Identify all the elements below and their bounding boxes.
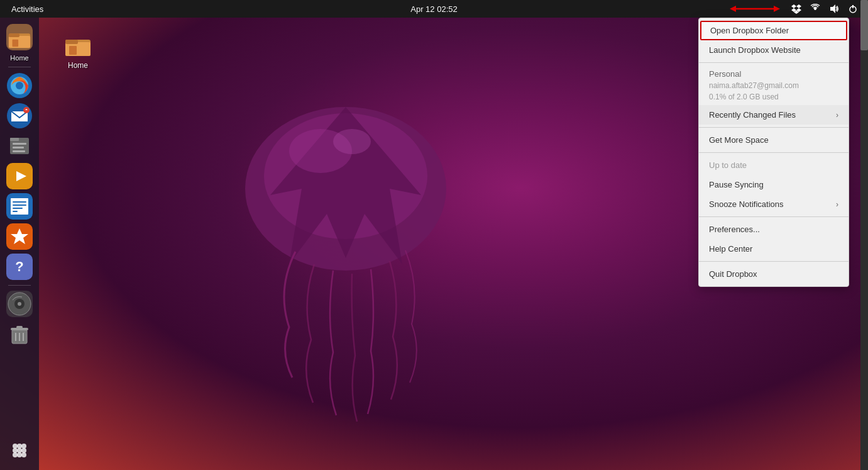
svg-rect-25 bbox=[13, 150, 25, 152]
svg-rect-58 bbox=[69, 46, 77, 55]
separator-1 bbox=[699, 62, 849, 63]
menu-help-center[interactable]: Help Center bbox=[699, 239, 849, 259]
snooze-notifications-label: Snooze Notifications bbox=[709, 199, 784, 209]
dropbox-context-menu: Open Dropbox Folder Launch Dropbox Websi… bbox=[698, 18, 849, 287]
status-label: Up to date bbox=[709, 160, 747, 170]
svg-point-51 bbox=[21, 448, 26, 453]
menu-launch-dropbox-website[interactable]: Launch Dropbox Website bbox=[699, 40, 849, 60]
account-section-header: Personal bbox=[699, 65, 849, 80]
topbar-left: Activities bbox=[0, 3, 47, 14]
activities-button[interactable]: Activities bbox=[8, 3, 47, 15]
menu-recently-changed-files[interactable]: Recently Changed Files › bbox=[699, 105, 849, 125]
dock-item-home[interactable] bbox=[6, 24, 33, 50]
account-storage: 0.1% of 2.0 GB used bbox=[699, 91, 849, 105]
svg-point-53 bbox=[17, 452, 22, 457]
svg-rect-30 bbox=[13, 201, 26, 203]
topbar: Activities Apr 12 02:52 bbox=[0, 0, 868, 18]
dock-item-rhythmbox[interactable] bbox=[6, 163, 33, 189]
jellyfish-background bbox=[126, 50, 566, 428]
separator-5 bbox=[699, 261, 849, 262]
dock-item-help[interactable]: ? bbox=[6, 254, 33, 280]
menu-snooze-notifications[interactable]: Snooze Notifications › bbox=[699, 194, 849, 214]
svg-marker-7 bbox=[774, 6, 780, 12]
scrollbar[interactable] bbox=[860, 0, 868, 470]
help-center-label: Help Center bbox=[709, 244, 752, 254]
snooze-chevron-icon: › bbox=[836, 200, 838, 209]
dock-separator-1 bbox=[8, 67, 31, 67]
svg-rect-57 bbox=[65, 40, 78, 44]
separator-4 bbox=[699, 216, 849, 217]
dock-item-appcenter[interactable] bbox=[6, 223, 33, 250]
launch-dropbox-website-label: Launch Dropbox Website bbox=[709, 45, 801, 55]
svg-point-4 bbox=[333, 129, 371, 154]
svg-point-48 bbox=[21, 444, 26, 449]
svg-point-46 bbox=[13, 444, 18, 449]
dock-separator-2 bbox=[8, 285, 31, 286]
dock-item-files[interactable] bbox=[6, 133, 33, 159]
menu-pause-syncing[interactable]: Pause Syncing bbox=[699, 175, 849, 194]
account-email: naima.aftab27@gmail.com bbox=[699, 80, 849, 91]
power-icon[interactable] bbox=[845, 3, 860, 15]
dock-item-firefox[interactable] bbox=[6, 72, 33, 99]
menu-open-dropbox-folder[interactable]: Open Dropbox Folder bbox=[700, 21, 847, 40]
topbar-datetime: Apr 12 02:52 bbox=[410, 4, 457, 14]
open-dropbox-folder-label: Open Dropbox Folder bbox=[710, 26, 789, 35]
pause-syncing-label: Pause Syncing bbox=[709, 180, 764, 189]
menu-status: Up to date bbox=[699, 155, 849, 175]
recently-changed-label: Recently Changed Files bbox=[709, 110, 796, 120]
home-icon-label: Home bbox=[68, 61, 88, 70]
recently-changed-chevron-icon: › bbox=[836, 111, 838, 120]
quit-dropbox-label: Quit Dropbox bbox=[709, 269, 757, 279]
preferences-label: Preferences... bbox=[709, 225, 760, 234]
svg-point-50 bbox=[17, 448, 22, 453]
svg-rect-32 bbox=[13, 208, 23, 209]
desktop: Activities Apr 12 02:52 bbox=[0, 0, 868, 470]
topbar-right bbox=[789, 3, 868, 15]
svg-rect-29 bbox=[11, 198, 28, 215]
svg-rect-24 bbox=[13, 147, 24, 148]
red-arrow-indicator bbox=[730, 2, 780, 16]
svg-rect-33 bbox=[13, 211, 18, 212]
volume-icon[interactable] bbox=[827, 3, 842, 15]
dock: Home bbox=[0, 18, 39, 470]
svg-point-49 bbox=[13, 448, 18, 453]
svg-rect-15 bbox=[13, 40, 19, 47]
home-icon bbox=[63, 28, 93, 59]
svg-text:?: ? bbox=[15, 259, 23, 274]
get-more-space-label: Get More Space bbox=[709, 135, 769, 145]
svg-point-54 bbox=[21, 452, 26, 457]
separator-2 bbox=[699, 127, 849, 128]
svg-rect-42 bbox=[16, 326, 23, 328]
svg-rect-23 bbox=[13, 143, 26, 145]
svg-marker-6 bbox=[730, 6, 736, 12]
dock-item-writer[interactable] bbox=[6, 193, 33, 220]
scrollbar-thumb[interactable] bbox=[860, 0, 868, 50]
separator-3 bbox=[699, 152, 849, 153]
network-icon[interactable] bbox=[808, 3, 823, 15]
svg-rect-22 bbox=[10, 138, 19, 141]
dock-item-dvd[interactable] bbox=[6, 291, 33, 317]
dock-item-thunderbird[interactable] bbox=[6, 103, 33, 129]
svg-point-18 bbox=[16, 82, 23, 89]
menu-preferences[interactable]: Preferences... bbox=[699, 220, 849, 239]
dock-item-trash[interactable] bbox=[6, 321, 33, 347]
svg-marker-9 bbox=[830, 4, 835, 13]
desktop-home-icon[interactable]: Home bbox=[63, 28, 93, 70]
svg-rect-14 bbox=[9, 33, 19, 37]
dock-item-grid[interactable] bbox=[6, 437, 33, 464]
dock-home-label: Home bbox=[10, 54, 28, 62]
svg-point-47 bbox=[17, 444, 22, 449]
svg-point-39 bbox=[18, 302, 21, 306]
dropbox-tray-icon[interactable] bbox=[789, 3, 804, 15]
svg-rect-13 bbox=[9, 36, 30, 48]
menu-quit-dropbox[interactable]: Quit Dropbox bbox=[699, 264, 849, 284]
svg-point-52 bbox=[13, 452, 18, 457]
menu-get-more-space[interactable]: Get More Space bbox=[699, 130, 849, 150]
svg-rect-31 bbox=[13, 204, 26, 206]
